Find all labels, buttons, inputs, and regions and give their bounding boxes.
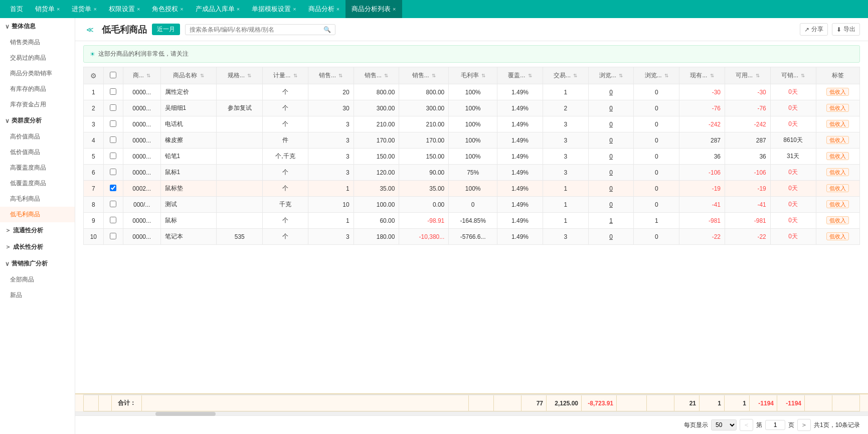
col-header-unit[interactable]: 计量... ⇅ (263, 67, 308, 84)
table-row[interactable]: 7 0002... 鼠标垫 个 1 35.00 35.00 100% 1.49%… (84, 181, 860, 197)
row-select-checkbox[interactable] (110, 88, 116, 95)
sidebar-item-low-coverage[interactable]: 低覆盖度商品 (0, 176, 75, 191)
nav-item-product-analysis-list[interactable]: 商品分析列表 × (345, 0, 402, 18)
table-row[interactable]: 6 0000... 鼠标1 个 3 120.00 90.00 75% 1.49%… (84, 165, 860, 181)
sidebar-section-circulation[interactable]: ＞ 流通性分析 (0, 222, 75, 239)
row-checkbox[interactable] (103, 213, 123, 229)
sidebar-item-stocked-products[interactable]: 有库存的商品 (0, 81, 75, 97)
row-view1[interactable]: 0 (588, 229, 634, 245)
nav-item-sales[interactable]: 销货单 × (29, 0, 66, 18)
col-header-coverage[interactable]: 覆盖... ⇅ (497, 67, 543, 84)
row-checkbox[interactable] (103, 181, 123, 197)
close-icon[interactable]: × (293, 6, 296, 12)
table-row[interactable]: 9 0000... 鼠标 个 1 60.00 -98.91 -164.85% 1… (84, 213, 860, 229)
col-header-saleable[interactable]: 可销... ⇅ (770, 67, 816, 84)
row-view1[interactable]: 0 (588, 197, 634, 213)
table-row[interactable]: 2 0000... 吴细细1 参加复试 个 30 300.00 300.00 1… (84, 100, 860, 116)
nav-item-roles[interactable]: 角色授权 × (146, 0, 189, 18)
sidebar-collapse-button[interactable]: ≪ (83, 25, 97, 35)
row-select-checkbox[interactable] (110, 136, 116, 143)
row-view1[interactable]: 0 (588, 149, 634, 165)
row-view1[interactable]: 0 (588, 100, 634, 116)
table-row[interactable]: 5 0000... 铅笔1 个,千克 3 150.00 150.00 100% … (84, 149, 860, 165)
sidebar-section-growth[interactable]: ＞ 成长性分析 (0, 239, 75, 255)
sidebar-item-stock-capital[interactable]: 库存资金占用 (0, 97, 75, 112)
col-header-view2[interactable]: 浏览... ⇅ (634, 67, 679, 84)
col-header-code[interactable]: 商... ⇅ (123, 67, 160, 84)
sidebar-item-low-value[interactable]: 低价值商品 (0, 144, 75, 160)
close-icon[interactable]: × (336, 6, 339, 12)
sidebar-item-sales-products[interactable]: 销售类商品 (0, 35, 75, 50)
row-select-checkbox[interactable] (110, 120, 116, 127)
col-header-current[interactable]: 现有... ⇅ (679, 67, 725, 84)
row-checkbox[interactable] (103, 149, 123, 165)
row-select-checkbox[interactable] (110, 169, 116, 175)
page-number-input[interactable] (765, 420, 785, 430)
sidebar-item-category-rate[interactable]: 商品分类助销率 (0, 66, 75, 81)
search-icon[interactable]: 🔍 (323, 26, 331, 33)
col-header-name[interactable]: 商品名称 ⇅ (160, 67, 217, 84)
sidebar-item-high-margin[interactable]: 高毛利商品 (0, 191, 75, 207)
row-checkbox[interactable] (103, 84, 123, 100)
row-checkbox[interactable] (103, 116, 123, 132)
sidebar-item-high-value[interactable]: 高价值商品 (0, 129, 75, 144)
row-view1[interactable]: 1 (588, 213, 634, 229)
close-icon[interactable]: × (237, 6, 240, 12)
gear-icon[interactable]: ⚙ (90, 72, 97, 80)
sidebar-section-overall[interactable]: ∨ 整体信息 (0, 18, 75, 35)
row-checkbox[interactable] (103, 132, 123, 149)
row-checkbox[interactable] (103, 229, 123, 245)
sidebar-item-low-margin[interactable]: 低毛利商品 (0, 207, 75, 222)
table-row[interactable]: 10 0000... 笔记本 535 个 3 180.00 -10,380...… (84, 229, 860, 245)
nav-item-permissions[interactable]: 权限设置 × (103, 0, 146, 18)
row-checkbox[interactable] (103, 100, 123, 116)
select-all-checkbox[interactable] (110, 72, 116, 78)
close-icon[interactable]: × (93, 6, 96, 12)
nav-item-template[interactable]: 单据模板设置 × (246, 0, 302, 18)
col-header-sales-amount[interactable]: 销售... ⇅ (399, 67, 449, 84)
col-header-gross-rate[interactable]: 毛利率 ⇅ (449, 67, 497, 84)
nav-item-product-entry[interactable]: 产成品入库单 × (190, 0, 246, 18)
col-header-tag[interactable]: 标签 (816, 67, 859, 84)
settings-column-header[interactable]: ⚙ (84, 67, 104, 84)
sidebar-item-new-products[interactable]: 新品 (0, 287, 75, 303)
row-select-checkbox[interactable] (110, 104, 116, 111)
sidebar-item-all-products[interactable]: 全部商品 (0, 272, 75, 287)
row-select-checkbox[interactable] (110, 217, 116, 223)
table-row[interactable]: 4 0000... 橡皮擦 件 3 170.00 170.00 100% 1.4… (84, 132, 860, 149)
row-view1[interactable]: 0 (588, 165, 634, 181)
date-filter-button[interactable]: 近一月 (152, 24, 180, 35)
row-view1[interactable]: 0 (588, 181, 634, 197)
checkbox-column-header[interactable] (103, 67, 123, 84)
col-header-available[interactable]: 可用... ⇅ (725, 67, 771, 84)
search-input[interactable] (190, 26, 321, 33)
export-button[interactable]: ⬇ 导出 (832, 23, 860, 36)
table-row[interactable]: 8 000/... 测试 千克 10 100.00 0.00 0 1.49% 1… (84, 197, 860, 213)
close-icon[interactable]: × (393, 6, 396, 12)
close-icon[interactable]: × (137, 6, 140, 12)
row-checkbox[interactable] (103, 197, 123, 213)
nav-item-product-analysis[interactable]: 商品分析 × (302, 0, 345, 18)
next-page-button[interactable]: ＞ (797, 419, 811, 431)
close-icon[interactable]: × (57, 6, 60, 12)
prev-page-button[interactable]: ＜ (740, 419, 753, 431)
scrollbar-thumb[interactable] (155, 412, 216, 416)
table-row[interactable]: 3 0000... 电话机 个 3 210.00 210.00 100% 1.4… (84, 116, 860, 132)
nav-item-purchase[interactable]: 进货单 × (66, 0, 102, 18)
col-header-sales-qty[interactable]: 销售... ⇅ (308, 67, 354, 84)
col-header-view1[interactable]: 浏览... ⇅ (588, 67, 634, 84)
row-view1[interactable]: 0 (588, 84, 634, 100)
row-select-checkbox[interactable] (110, 185, 116, 191)
nav-item-home[interactable]: 首页 (4, 0, 29, 18)
close-icon[interactable]: × (180, 6, 183, 12)
row-view1[interactable]: 0 (588, 132, 634, 149)
row-select-checkbox[interactable] (110, 201, 116, 207)
col-header-trade-count[interactable]: 交易... ⇅ (543, 67, 588, 84)
sidebar-section-marketing[interactable]: ∨ 营销推广分析 (0, 255, 75, 272)
share-button[interactable]: ↗ 分享 (800, 23, 828, 36)
sidebar-section-cluster[interactable]: ∨ 类群度分析 (0, 112, 75, 129)
col-header-sales-price[interactable]: 销售... ⇅ (354, 67, 399, 84)
sidebar-item-traded-products[interactable]: 交易过的商品 (0, 50, 75, 66)
col-header-spec[interactable]: 规格... ⇅ (217, 67, 263, 84)
sidebar-item-high-coverage[interactable]: 高覆盖度商品 (0, 160, 75, 176)
